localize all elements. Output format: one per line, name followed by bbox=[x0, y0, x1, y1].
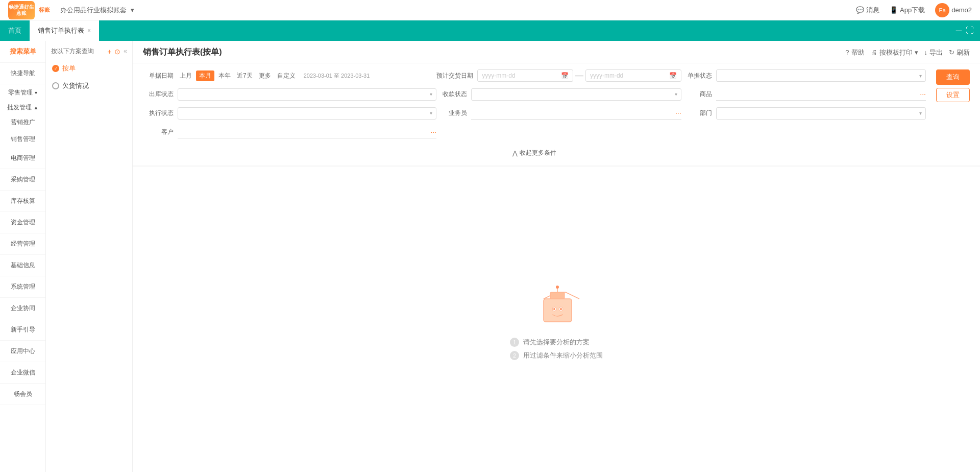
payment-status-label: 收款状态 bbox=[436, 90, 467, 99]
app-icon: 📱 bbox=[890, 6, 898, 14]
print-icon: 🖨 bbox=[871, 49, 877, 56]
sidebar-item-member[interactable]: 畅会员 bbox=[0, 384, 45, 405]
date-tab-more[interactable]: 更多 bbox=[257, 70, 273, 81]
maximize-icon[interactable]: ⛶ bbox=[966, 26, 974, 35]
sidebar-item-wholesale[interactable]: 批发管理 ▲ bbox=[0, 99, 45, 114]
salesperson-group: 业务员 ··· bbox=[436, 107, 681, 120]
date-tab-custom[interactable]: 自定义 bbox=[275, 70, 298, 81]
content-area: 按以下方案查询 + ⊙ « ✓ 按单 欠货情况 bbox=[46, 41, 980, 472]
customer-group: 客户 ··· bbox=[143, 126, 436, 138]
date-tab-this-year[interactable]: 本年 bbox=[216, 70, 233, 81]
sidebar-item-new-guide[interactable]: 新手引导 bbox=[0, 319, 45, 341]
message-btn[interactable]: 💬 消息 bbox=[856, 6, 879, 15]
doc-status-select[interactable] bbox=[716, 69, 926, 82]
sidebar-item-retail[interactable]: 零售管理 ▾ bbox=[0, 84, 45, 99]
date-tab-prev-month[interactable]: 上月 bbox=[178, 70, 194, 81]
delivery-status-select[interactable] bbox=[178, 88, 436, 101]
collapse-more-btn[interactable]: ⋀ 收起更多条件 bbox=[143, 145, 926, 159]
date-tabs: 上月 本月 本年 近7天 更多 自定义 bbox=[178, 70, 298, 81]
empty-tip-2: 2 用过滤条件来缩小分析范围 bbox=[510, 351, 603, 360]
breadcrumb-dropdown-icon[interactable]: ▾ bbox=[131, 6, 134, 14]
svg-point-5 bbox=[560, 308, 562, 310]
edit-scheme-icon[interactable]: ⊙ bbox=[114, 48, 120, 56]
filter-row-2: 出库状态 ▾ 收款状态 bbox=[143, 88, 926, 101]
export-btn[interactable]: ↓ 导出 bbox=[924, 48, 943, 57]
dept-label: 部门 bbox=[681, 109, 712, 117]
calendar-icon-start[interactable]: 📅 bbox=[561, 72, 569, 79]
doc-status-label: 单据状态 bbox=[681, 72, 712, 80]
sidebar-item-purchase[interactable]: 采购管理 bbox=[0, 169, 45, 191]
print-dropdown-icon[interactable]: ▾ bbox=[915, 49, 918, 56]
minimize-icon[interactable]: ─ bbox=[956, 26, 962, 35]
left-panel-header: 按以下方案查询 + ⊙ « bbox=[46, 47, 132, 60]
tab-home[interactable]: 首页 bbox=[0, 20, 30, 41]
delivery-status-label: 出库状态 bbox=[143, 90, 174, 99]
svg-rect-1 bbox=[550, 292, 565, 299]
topbar-left: 畅捷通好生 意账 标账 办公用品行业模拟账套 ▾ bbox=[8, 1, 134, 19]
wholesale-expand-icon: ▲ bbox=[34, 105, 39, 110]
tabbar-controls: ─ ⛶ bbox=[950, 26, 980, 35]
payment-status-select[interactable] bbox=[471, 88, 681, 101]
sidebar-item-corp[interactable]: 企业协同 bbox=[0, 298, 45, 319]
expected-date-label: 预计交货日期 bbox=[436, 72, 473, 80]
collapse-panel-icon[interactable]: « bbox=[124, 48, 127, 56]
inactive-scheme-dot bbox=[52, 82, 59, 89]
exec-status-select[interactable] bbox=[178, 107, 436, 120]
page-title: 销售订单执行表(按单) bbox=[143, 47, 222, 58]
dept-select[interactable] bbox=[716, 107, 926, 120]
filter-area: 单据日期 上月 本月 本年 近7天 更多 自定义 bbox=[133, 63, 980, 166]
sidebar-item-quick-nav[interactable]: 快捷导航 bbox=[0, 63, 45, 84]
user-menu[interactable]: Ea demo2 bbox=[935, 3, 972, 17]
empty-tip-1: 1 请先选择要分析的方案 bbox=[510, 338, 603, 347]
expected-date-end[interactable]: yyyy-mm-dd 📅 bbox=[585, 69, 681, 82]
sidebar-item-ops[interactable]: 经营管理 bbox=[0, 233, 45, 255]
message-icon: 💬 bbox=[856, 6, 864, 14]
scheme-item-shortage[interactable]: 欠货情况 bbox=[46, 77, 132, 95]
sidebar-item-app-center[interactable]: 应用中心 bbox=[0, 341, 45, 362]
sidebar-item-sales-mgmt[interactable]: 销售管理 bbox=[0, 131, 45, 148]
avatar: Ea bbox=[935, 3, 949, 17]
date-tab-this-month[interactable]: 本月 bbox=[196, 70, 214, 81]
search-button[interactable]: 查询 bbox=[936, 69, 970, 85]
help-btn[interactable]: ? 帮助 bbox=[845, 48, 864, 57]
product-ellipsis[interactable]: ··· bbox=[920, 90, 926, 98]
salesperson-ellipsis[interactable]: ··· bbox=[675, 109, 681, 117]
customer-ellipsis[interactable]: ··· bbox=[431, 128, 437, 136]
settings-button[interactable]: 设置 bbox=[936, 88, 970, 102]
date-tab-7days[interactable]: 近7天 bbox=[235, 70, 255, 81]
svg-rect-0 bbox=[544, 299, 572, 322]
tabbar: 首页 销售订单执行表 × ─ ⛶ bbox=[0, 20, 980, 41]
sidebar-item-search[interactable]: 搜索菜单 bbox=[0, 41, 45, 63]
svg-point-7 bbox=[556, 286, 559, 289]
refresh-icon: ↻ bbox=[949, 49, 954, 56]
tab-sales-order[interactable]: 销售订单执行表 × bbox=[30, 20, 99, 41]
empty-icon bbox=[531, 278, 582, 329]
page-header: 销售订单执行表(按单) ? 帮助 🖨 按模板打印 ▾ bbox=[133, 41, 980, 63]
sidebar-item-inventory[interactable]: 库存核算 bbox=[0, 191, 45, 212]
tab-close-icon[interactable]: × bbox=[87, 27, 91, 34]
sidebar-item-finance[interactable]: 资金管理 bbox=[0, 212, 45, 233]
expected-date-group: 预计交货日期 yyyy-mm-dd 📅 — yyyy-mm-d bbox=[436, 69, 681, 82]
scheme-item-by-order[interactable]: ✓ 按单 bbox=[46, 60, 132, 77]
sidebar-item-marketing[interactable]: 营销推广 bbox=[0, 114, 45, 131]
calendar-icon-end[interactable]: 📅 bbox=[669, 72, 677, 79]
main-layout: 搜索菜单 快捷导航 零售管理 ▾ 批发管理 ▲ 营销推广 销售管理 电商管理 采… bbox=[0, 41, 980, 472]
exec-status-label: 执行状态 bbox=[143, 109, 174, 117]
print-btn[interactable]: 🖨 按模板打印 ▾ bbox=[871, 48, 918, 57]
add-scheme-icon[interactable]: + bbox=[107, 48, 111, 56]
dept-select-wrap: ▾ bbox=[716, 107, 926, 120]
date-filter-group: 单据日期 上月 本月 本年 近7天 更多 自定义 bbox=[143, 70, 436, 81]
sidebar-item-sys[interactable]: 系统管理 bbox=[0, 276, 45, 298]
left-panel: 按以下方案查询 + ⊙ « ✓ 按单 欠货情况 bbox=[46, 41, 133, 472]
left-panel-icons: + ⊙ « bbox=[107, 48, 127, 56]
sidebar-item-ecom[interactable]: 电商管理 bbox=[0, 148, 45, 169]
export-icon: ↓ bbox=[924, 49, 928, 56]
filter-main: 单据日期 上月 本月 本年 近7天 更多 自定义 bbox=[143, 69, 926, 159]
sidebar-item-base[interactable]: 基础信息 bbox=[0, 255, 45, 276]
app-download-btn[interactable]: 📱 App下载 bbox=[890, 6, 925, 15]
date-label: 单据日期 bbox=[143, 72, 174, 80]
sidebar-item-corp-wechat[interactable]: 企业微信 bbox=[0, 362, 45, 384]
expected-date-start[interactable]: yyyy-mm-dd 📅 bbox=[477, 69, 573, 82]
refresh-btn[interactable]: ↻ 刷新 bbox=[949, 48, 970, 57]
payment-status-select-wrap: ▾ bbox=[471, 88, 681, 101]
